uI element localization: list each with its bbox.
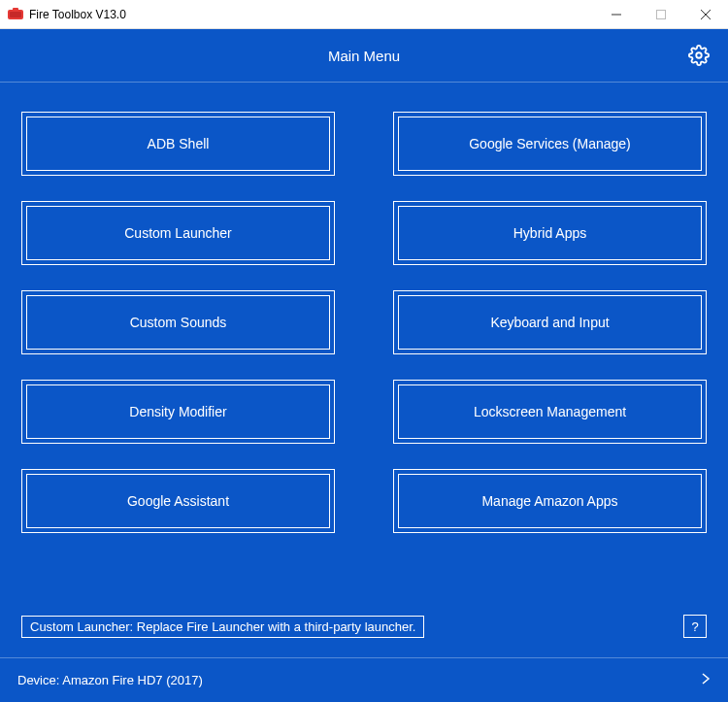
menu-button-label: Manage Amazon Apps	[481, 493, 617, 509]
menu-button-custom-launcher[interactable]: Custom Launcher	[21, 201, 335, 265]
menu-button-label: Custom Launcher	[124, 225, 232, 241]
menu-button-label: Keyboard and Input	[490, 315, 609, 330]
page-title: Main Menu	[328, 48, 400, 64]
menu-button-label: Google Services (Manage)	[469, 136, 631, 151]
menu-button-hybrid-apps[interactable]: Hybrid Apps	[393, 201, 707, 265]
window-title: Fire Toolbox V13.0	[29, 8, 594, 21]
close-button[interactable]	[683, 0, 728, 28]
menu-button-label: ADB Shell	[148, 136, 210, 151]
menu-button-label: Custom Sounds	[130, 315, 227, 330]
help-button-label: ?	[691, 619, 698, 634]
help-button[interactable]: ?	[683, 615, 707, 638]
menu-button-google-assistant[interactable]: Google Assistant	[21, 469, 335, 533]
menu-button-label: Hybrid Apps	[513, 225, 586, 241]
svg-point-7	[696, 52, 702, 58]
menu-button-lockscreen[interactable]: Lockscreen Management	[393, 380, 707, 444]
window-controls	[594, 0, 728, 28]
menu-button-google-services[interactable]: Google Services (Manage)	[393, 112, 707, 176]
header: Main Menu	[0, 29, 728, 83]
menu-button-label: Google Assistant	[127, 493, 229, 509]
main-area: ADB Shell Google Services (Manage) Custo…	[0, 83, 728, 657]
footer: Device: Amazon Fire HD7 (2017)	[0, 657, 728, 702]
next-button[interactable]	[701, 672, 711, 688]
menu-button-amazon-apps[interactable]: Manage Amazon Apps	[393, 469, 707, 533]
maximize-button	[639, 0, 683, 28]
button-grid: ADB Shell Google Services (Manage) Custo…	[21, 112, 707, 595]
svg-rect-4	[657, 10, 666, 18]
app-body: Main Menu ADB Shell Google Services (Man…	[0, 29, 728, 702]
svg-rect-2	[13, 8, 18, 11]
menu-button-keyboard-input[interactable]: Keyboard and Input	[393, 290, 707, 354]
menu-button-custom-sounds[interactable]: Custom Sounds	[21, 290, 335, 354]
titlebar: Fire Toolbox V13.0	[0, 0, 728, 29]
minimize-button[interactable]	[594, 0, 639, 28]
menu-button-density-modifier[interactable]: Density Modifier	[21, 380, 335, 444]
menu-button-label: Lockscreen Management	[474, 404, 626, 419]
hint-text: Custom Launcher: Replace Fire Launcher w…	[21, 616, 424, 638]
app-icon	[8, 8, 23, 21]
menu-button-label: Density Modifier	[129, 404, 226, 419]
hint-row: Custom Launcher: Replace Fire Launcher w…	[21, 615, 707, 638]
settings-button[interactable]	[687, 44, 711, 67]
svg-rect-1	[10, 12, 21, 17]
device-label: Device: Amazon Fire HD7 (2017)	[17, 673, 203, 687]
menu-button-adb-shell[interactable]: ADB Shell	[21, 112, 335, 176]
